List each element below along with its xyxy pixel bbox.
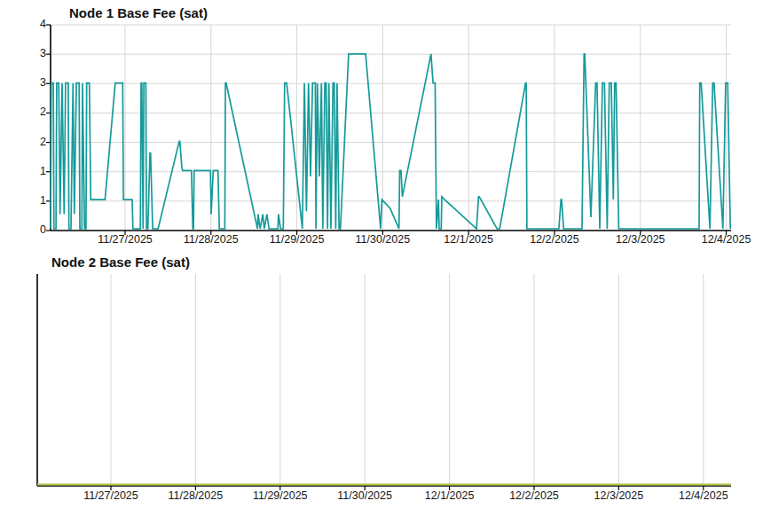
y-tick-label: 3 — [20, 76, 46, 89]
y-tick-label: 2 — [20, 136, 46, 148]
x-tick-label: 11/29/2025 — [240, 489, 320, 502]
x-tick-label: 12/4/2025 — [664, 489, 743, 502]
y-tick-label: 2 — [20, 106, 46, 118]
x-tick-label: 11/27/2025 — [85, 233, 165, 246]
y-tick-label: 4 — [20, 18, 46, 30]
x-tick-label: 12/1/2025 — [429, 233, 508, 246]
x-tick-label: 12/2/2025 — [515, 233, 594, 246]
node-1-base-fee-line — [51, 54, 730, 229]
x-tick-label: 11/30/2025 — [325, 489, 405, 502]
x-tick-label: 12/3/2025 — [578, 489, 658, 502]
y-tick-label: 1 — [20, 194, 46, 207]
x-tick-label: 11/27/2025 — [71, 489, 151, 502]
x-tick-label: 12/1/2025 — [410, 489, 490, 502]
x-tick-label: 11/28/2025 — [155, 489, 235, 502]
x-tick-label: 12/3/2025 — [601, 233, 680, 246]
chart2-title: Node 2 Base Fee (sat) — [51, 254, 190, 270]
y-tick-label: 1 — [20, 165, 46, 177]
y-tick-label: 0 — [20, 223, 46, 236]
x-tick-label: 11/29/2025 — [257, 233, 337, 246]
x-tick-label: 12/2/2025 — [494, 489, 574, 502]
x-tick-label: 11/28/2025 — [171, 233, 251, 246]
x-tick-label: 12/4/2025 — [687, 233, 763, 246]
x-tick-label: 11/30/2025 — [342, 233, 422, 246]
chart1-title: Node 1 Base Fee (sat) — [69, 5, 208, 20]
y-tick-label: 3 — [20, 47, 46, 59]
base-fee-charts-panel: Node 1 Base Fee (sat) Node 2 Base Fee (s… — [0, 0, 763, 532]
